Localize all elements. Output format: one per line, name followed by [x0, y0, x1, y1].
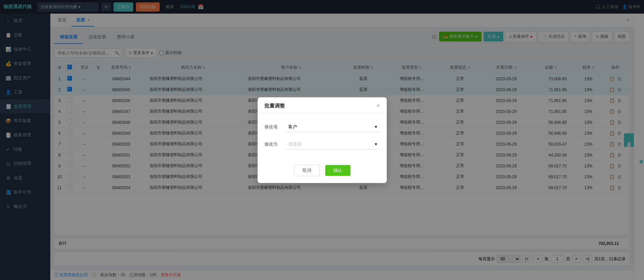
modify-item-row: 修改项 客户 ▾: [264, 122, 380, 132]
modal-footer: 取消 确认: [258, 165, 387, 183]
modify-item-label: 修改项: [264, 124, 281, 130]
chevron-down-icon: ▾: [375, 124, 377, 129]
modal-cancel-button[interactable]: 取消: [294, 165, 320, 176]
modify-to-placeholder: 请选择: [288, 141, 301, 147]
batch-adjust-modal: 批量调整 × 修改项 客户 ▾ 修改为 请选择 ▾ 取消 确认: [258, 97, 387, 183]
modify-item-value: 客户: [288, 124, 297, 130]
modal-header: 批量调整 ×: [258, 97, 387, 114]
modal-confirm-button[interactable]: 确认: [325, 165, 350, 176]
modal-close-icon[interactable]: ×: [377, 103, 380, 109]
modify-item-select[interactable]: 客户 ▾: [285, 122, 380, 132]
chevron-down-icon: ▾: [375, 142, 377, 147]
modify-to-label: 修改为: [264, 141, 281, 147]
modal-overlay: 批量调整 × 修改项 客户 ▾ 修改为 请选择 ▾ 取消 确认: [0, 0, 644, 280]
modal-body: 修改项 客户 ▾ 修改为 请选择 ▾: [258, 114, 387, 165]
modal-title: 批量调整: [264, 103, 285, 109]
modify-to-row: 修改为 请选择 ▾: [264, 139, 380, 150]
modify-to-select[interactable]: 请选择 ▾: [285, 139, 380, 150]
